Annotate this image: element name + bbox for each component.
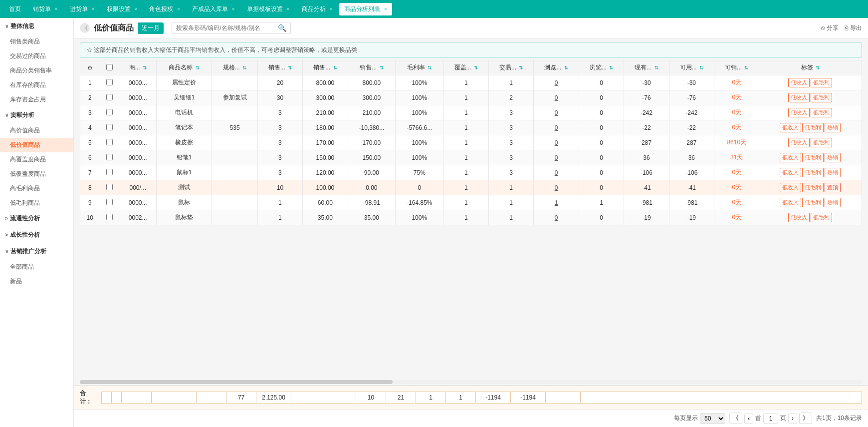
sidebar-group-growth[interactable]: > 成长性分析: [0, 227, 73, 243]
cell-view1[interactable]: 0: [534, 150, 579, 165]
col-margin[interactable]: 毛利率 ⇅: [396, 60, 443, 75]
cell-view1[interactable]: 0: [534, 75, 579, 90]
table-container[interactable]: ⚙ 商... ⇅ 商品名称 ⇅ 规格... ⇅ 销售... ⇅ 销售... ⇅ …: [74, 60, 868, 380]
collapse-button[interactable]: 《: [80, 23, 90, 33]
sidebar-item-low-value[interactable]: 低价值商品: [0, 138, 73, 152]
export-button[interactable]: ⎗ 导出: [845, 24, 862, 32]
col-view1[interactable]: 浏览... ⇅: [534, 60, 579, 75]
sidebar-item-category-rate[interactable]: 商品分类销售率: [0, 63, 73, 78]
cell-view1[interactable]: 0: [534, 180, 579, 195]
horizontal-scrollbar[interactable]: [80, 380, 862, 384]
next-page-button[interactable]: ›: [788, 414, 797, 424]
row-checkbox[interactable]: [106, 124, 113, 130]
nav-home[interactable]: 首页: [4, 3, 26, 15]
view-link[interactable]: 0: [555, 214, 558, 221]
cell-checkbox[interactable]: [100, 150, 119, 165]
cell-checkbox[interactable]: [100, 210, 119, 225]
sidebar-group-contribution[interactable]: ∨ 贡献分析: [0, 107, 73, 123]
sidebar-item-high-value[interactable]: 高价值商品: [0, 123, 73, 138]
col-amount2[interactable]: 销售... ⇅: [348, 60, 395, 75]
cell-checkbox[interactable]: [100, 180, 119, 195]
first-page-button[interactable]: 《: [729, 413, 742, 424]
sidebar-item-all-products[interactable]: 全部商品: [0, 260, 73, 274]
sidebar-group-marketing[interactable]: ∨ 营销推广分析: [0, 243, 73, 260]
nav-analysis-list[interactable]: 商品分析列表 ×: [339, 3, 392, 15]
col-cover[interactable]: 覆盖... ⇅: [443, 60, 488, 75]
last-page-button[interactable]: 》: [799, 413, 812, 424]
view-link[interactable]: 0: [555, 94, 558, 101]
sidebar-group-flow[interactable]: > 流通性分析: [0, 210, 73, 227]
row-checkbox[interactable]: [106, 184, 113, 190]
row-checkbox[interactable]: [106, 109, 113, 115]
sidebar-item-sales-products[interactable]: 销售类商品: [0, 34, 73, 49]
sidebar-item-high-margin[interactable]: 高毛利商品: [0, 181, 73, 196]
sidebar-item-low-coverage[interactable]: 低覆盖度商品: [0, 167, 73, 181]
col-checkbox[interactable]: [100, 60, 119, 75]
sidebar-item-low-margin[interactable]: 低毛利商品: [0, 196, 73, 210]
sidebar-item-capital[interactable]: 库存资金占用: [0, 92, 73, 107]
cell-checkbox[interactable]: [100, 105, 119, 120]
cell-checkbox[interactable]: [100, 165, 119, 180]
col-stock1[interactable]: 现有... ⇅: [624, 60, 669, 75]
nav-template[interactable]: 单据模板设置 ×: [242, 3, 295, 15]
filter-button[interactable]: 近一月: [138, 22, 164, 34]
col-code[interactable]: 商... ⇅: [119, 60, 156, 75]
row-checkbox[interactable]: [106, 169, 113, 175]
col-qty[interactable]: 销售... ⇅: [257, 60, 302, 75]
view-link[interactable]: 0: [555, 184, 558, 191]
cell-checkbox[interactable]: [100, 135, 119, 150]
view-link[interactable]: 1: [555, 199, 558, 206]
sidebar-item-high-coverage[interactable]: 高覆盖度商品: [0, 152, 73, 167]
nav-inbound[interactable]: 产成品入库单 ×: [187, 3, 240, 15]
nav-perms[interactable]: 权限设置 ×: [102, 3, 143, 15]
view-link[interactable]: 0: [555, 154, 558, 161]
sidebar-item-new-products[interactable]: 新品: [0, 274, 73, 289]
view-link[interactable]: 0: [555, 169, 558, 176]
row-checkbox[interactable]: [106, 139, 113, 145]
col-settings[interactable]: ⚙: [80, 60, 100, 75]
prev-page-button[interactable]: ‹: [744, 414, 753, 424]
select-all-checkbox[interactable]: [106, 64, 113, 70]
nav-analysis[interactable]: 商品分析 ×: [297, 3, 338, 15]
row-checkbox[interactable]: [106, 154, 113, 160]
cell-view1[interactable]: 0: [534, 120, 579, 135]
view-link[interactable]: 0: [555, 109, 558, 116]
row-checkbox[interactable]: [106, 214, 113, 220]
page-size-select[interactable]: 50 100 200: [700, 413, 725, 424]
view-link[interactable]: 0: [555, 79, 558, 86]
cell-checkbox[interactable]: [100, 90, 119, 105]
scrollbar-thumb[interactable]: [80, 380, 393, 384]
row-checkbox[interactable]: [106, 199, 113, 205]
cell-checkbox[interactable]: [100, 120, 119, 135]
cell-view1[interactable]: 0: [534, 210, 579, 225]
col-name[interactable]: 商品名称 ⇅: [156, 60, 212, 75]
row-checkbox[interactable]: [106, 79, 113, 85]
col-days[interactable]: 可销... ⇅: [714, 60, 759, 75]
nav-roles[interactable]: 角色授权 ×: [144, 3, 185, 15]
cell-view1[interactable]: 1: [534, 195, 579, 210]
sidebar-item-in-stock[interactable]: 有库存的商品: [0, 78, 73, 92]
cell-checkbox[interactable]: [100, 195, 119, 210]
col-stock2[interactable]: 可用... ⇅: [669, 60, 714, 75]
col-spec[interactable]: 规格... ⇅: [212, 60, 257, 75]
share-button[interactable]: ⎋ 分享: [821, 24, 839, 32]
nav-sales[interactable]: 销货单 ×: [28, 3, 63, 15]
col-tags[interactable]: 标签 ⇅: [759, 60, 862, 75]
search-input[interactable]: [176, 24, 276, 31]
cell-view1[interactable]: 0: [534, 90, 579, 105]
col-view2[interactable]: 浏览... ⇅: [579, 60, 624, 75]
sidebar-item-traded[interactable]: 交易过的商品: [0, 49, 73, 63]
cell-view1[interactable]: 0: [534, 135, 579, 150]
view-link[interactable]: 0: [555, 139, 558, 146]
page-number-input[interactable]: [763, 414, 778, 424]
sidebar-group-overall[interactable]: ∨ 整体信息: [0, 18, 73, 34]
view-link[interactable]: 0: [555, 124, 558, 131]
cell-checkbox[interactable]: [100, 75, 119, 90]
cell-view1[interactable]: 0: [534, 105, 579, 120]
search-icon[interactable]: 🔍: [278, 24, 286, 32]
col-deal[interactable]: 交易... ⇅: [488, 60, 533, 75]
col-amount1[interactable]: 销售... ⇅: [303, 60, 348, 75]
cell-view1[interactable]: 0: [534, 165, 579, 180]
row-checkbox[interactable]: [106, 94, 113, 100]
nav-purchase[interactable]: 进货单 ×: [65, 3, 100, 15]
